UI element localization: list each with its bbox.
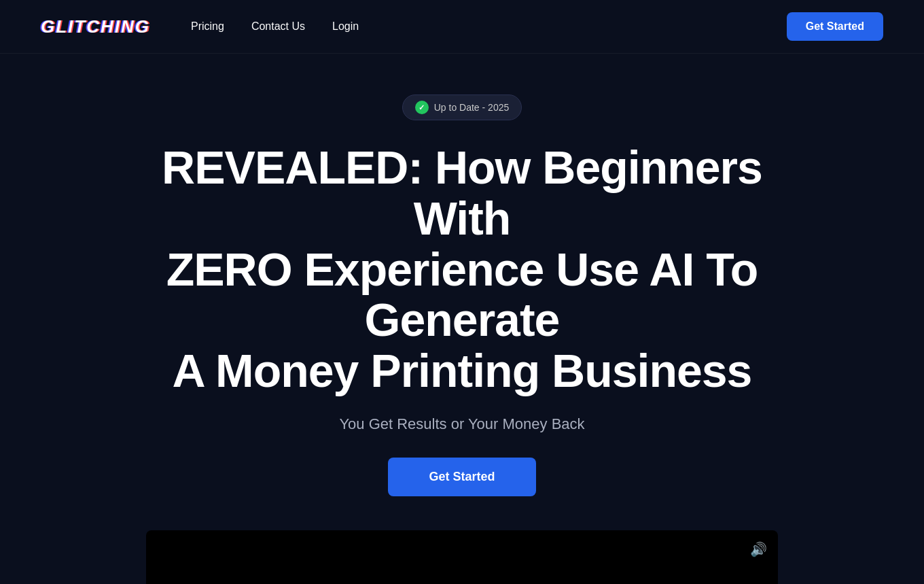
hero-title: REVEALED: How Beginners With ZERO Experi… [156,142,768,396]
hero-title-line2: ZERO Experience Use AI To Generate [166,243,758,346]
navbar-left: GLITCHING Pricing Contact Us Login [41,16,359,37]
hero-title-line1: REVEALED: How Beginners With [162,141,762,244]
nav-item-pricing[interactable]: Pricing [191,20,224,33]
nav-link-login[interactable]: Login [332,20,359,32]
check-icon [415,101,429,114]
badge-label: Up to Date - 2025 [434,102,510,113]
hero-section: Up to Date - 2025 REVEALED: How Beginner… [0,54,924,584]
up-to-date-badge: Up to Date - 2025 [402,95,522,120]
nav-links: Pricing Contact Us Login [191,20,359,33]
get-started-hero-button[interactable]: Get Started [388,458,535,496]
hero-title-line3: A Money Printing Business [173,345,752,396]
hero-subtitle: You Get Results or Your Money Back [339,415,584,433]
nav-item-login[interactable]: Login [332,20,359,33]
get-started-nav-button[interactable]: Get Started [787,12,883,41]
nav-item-contact[interactable]: Contact Us [251,20,305,33]
nav-link-contact[interactable]: Contact Us [251,20,305,32]
video-player[interactable]: 🔊 [146,530,778,584]
nav-link-pricing[interactable]: Pricing [191,20,224,32]
logo: GLITCHING [41,16,150,37]
volume-icon: 🔊 [750,541,767,557]
navbar: GLITCHING Pricing Contact Us Login Get S… [0,0,924,54]
